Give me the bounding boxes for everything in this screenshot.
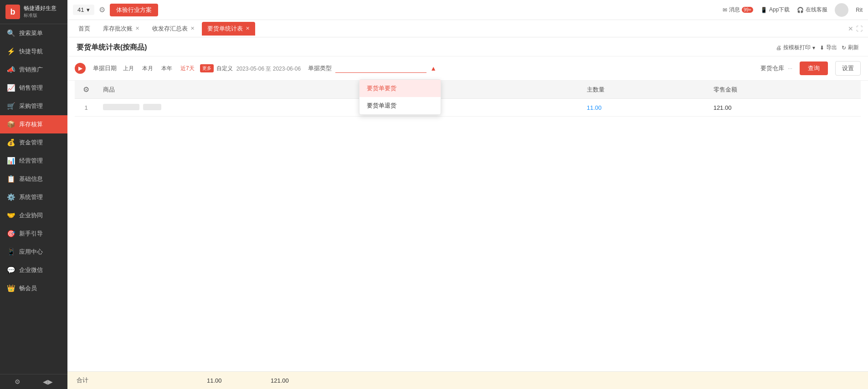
query-button[interactable]: 查询 bbox=[800, 61, 828, 75]
app-center-icon: 📱 bbox=[6, 247, 15, 256]
basics-icon: 📋 bbox=[6, 174, 15, 184]
type-filter-label: 单据类型 bbox=[308, 64, 332, 72]
sidebar-item-enterprise[interactable]: 🤝 企业协同 bbox=[0, 206, 67, 225]
sidebar-item-finance[interactable]: 💰 资金管理 bbox=[0, 133, 67, 152]
export-button[interactable]: ⬇ 导出 bbox=[820, 44, 837, 51]
date-filter-label: 单据日期 bbox=[93, 64, 117, 72]
tabbar-actions: ✕ ⛶ bbox=[848, 25, 863, 32]
row-num: 1 bbox=[75, 99, 98, 117]
service-icon: 🎧 bbox=[797, 7, 804, 13]
footer-label: 合计 bbox=[77, 376, 88, 384]
page-title: 要货单统计表(按商品) bbox=[77, 43, 147, 52]
tab-receivable-summary[interactable]: 收发存汇总表 ✕ bbox=[147, 22, 200, 36]
sidebar-item-app-center[interactable]: 📱 应用中心 bbox=[0, 243, 67, 261]
print-icon: 🖨 bbox=[776, 45, 781, 51]
logo-text: 畅捷通好生意 标准版 bbox=[24, 5, 56, 19]
col-qty: 主数量 bbox=[581, 81, 708, 99]
store-selector[interactable]: 41 ▾ bbox=[73, 5, 94, 15]
logo-icon: b bbox=[5, 5, 20, 19]
operations-icon: 📊 bbox=[6, 156, 15, 165]
tab-order-summary-close[interactable]: ✕ bbox=[246, 26, 250, 31]
service-button[interactable]: 🎧 在线客服 bbox=[797, 6, 827, 14]
page-actions: 🖨 按模板打印 ▾ ⬇ 导出 ↻ 刷新 bbox=[776, 44, 859, 51]
type-filter-input[interactable] bbox=[335, 64, 426, 73]
tab-home-label: 首页 bbox=[78, 25, 90, 33]
app-download-button[interactable]: 📱 App下载 bbox=[760, 6, 790, 14]
expand-button[interactable]: ▶ bbox=[75, 63, 86, 74]
page-content: 要货单统计表(按商品) 🖨 按模板打印 ▾ ⬇ 导出 ↻ 刷新 ▶ bbox=[67, 37, 868, 389]
warehouse-filter-label: 要货仓库 bbox=[760, 64, 784, 72]
table-header-row: ⚙ 商品 主计量单位 主数量 零售金额 bbox=[75, 81, 861, 99]
date-custom-button[interactable]: 自定义 bbox=[216, 65, 233, 72]
date-btn-7days[interactable]: 近7天 bbox=[178, 64, 197, 73]
table-settings-icon[interactable]: ⚙ bbox=[83, 86, 89, 93]
date-range-display: 2023-05-06 至 2023-06-06 bbox=[236, 65, 301, 73]
warehouse-more-icon[interactable]: ··· bbox=[788, 65, 792, 72]
settings-bottom-icon[interactable]: ⚙ bbox=[15, 378, 21, 385]
tab-close-all-icon[interactable]: ✕ bbox=[848, 25, 853, 32]
enterprise-icon: 🤝 bbox=[6, 211, 15, 220]
sidebar-item-member[interactable]: 👑 畅会员 bbox=[0, 279, 67, 297]
system-icon: ⚙️ bbox=[6, 193, 15, 202]
collapse-icon[interactable]: ◀▶ bbox=[43, 378, 53, 385]
wechat-icon: 💬 bbox=[6, 266, 15, 275]
refresh-button[interactable]: ↻ 刷新 bbox=[842, 44, 859, 51]
user-avatar[interactable] bbox=[835, 3, 848, 17]
type-filter-arrow[interactable]: ▲ bbox=[430, 65, 437, 72]
sidebar-item-marketing[interactable]: 📣 营销推广 bbox=[0, 61, 67, 79]
sidebar: b 畅捷通好生意 标准版 🔍 搜索菜单 ⚡ 快捷导航 📣 营销推广 📈 销售管理… bbox=[0, 0, 67, 389]
sidebar-item-purchase[interactable]: 🛒 采购管理 bbox=[0, 97, 67, 115]
row-qty[interactable]: 11.00 bbox=[581, 99, 708, 117]
purchase-icon: 🛒 bbox=[6, 102, 15, 111]
store-dropdown-icon: ▾ bbox=[87, 6, 90, 13]
filter-settings-button[interactable]: 设置 bbox=[835, 61, 861, 76]
sidebar-item-inventory[interactable]: 📦 库存核算 bbox=[0, 115, 67, 133]
sidebar-item-guide[interactable]: 🎯 新手引导 bbox=[0, 225, 67, 243]
tab-expand-icon[interactable]: ⛶ bbox=[856, 25, 863, 32]
sidebar-item-wechat[interactable]: 💬 企业微信 bbox=[0, 261, 67, 279]
tab-home[interactable]: 首页 bbox=[73, 22, 96, 36]
search-icon: 🔍 bbox=[6, 29, 15, 38]
date-btn-this-year[interactable]: 本年 bbox=[159, 64, 175, 73]
print-button[interactable]: 🖨 按模板打印 ▾ bbox=[776, 44, 815, 51]
product-bar-2 bbox=[143, 104, 161, 110]
tab-inventory-batch-close[interactable]: ✕ bbox=[135, 26, 139, 31]
sidebar-nav: 🔍 搜索菜单 ⚡ 快捷导航 📣 营销推广 📈 销售管理 🛒 采购管理 📦 库存核… bbox=[0, 24, 67, 374]
tabbar: 首页 库存批次账 ✕ 收发存汇总表 ✕ 要货单统计表 ✕ ✕ ⛶ bbox=[67, 20, 868, 37]
date-btn-last-month[interactable]: 上月 bbox=[120, 64, 137, 73]
page-header: 要货单统计表(按商品) 🖨 按模板打印 ▾ ⬇ 导出 ↻ 刷新 bbox=[67, 37, 868, 56]
footer-qty: 11.00 bbox=[207, 377, 243, 384]
date-more-button[interactable]: 更多 bbox=[200, 64, 214, 72]
sidebar-item-basics[interactable]: 📋 基础信息 bbox=[0, 170, 67, 188]
print-dropdown-icon: ▾ bbox=[812, 45, 815, 51]
sidebar-item-operations[interactable]: 📊 经营管理 bbox=[0, 152, 67, 170]
sidebar-item-system[interactable]: ⚙️ 系统管理 bbox=[0, 188, 67, 206]
sidebar-item-search[interactable]: 🔍 搜索菜单 bbox=[0, 24, 67, 42]
member-icon: 👑 bbox=[6, 284, 15, 293]
sidebar-item-quick-nav[interactable]: ⚡ 快捷导航 bbox=[0, 42, 67, 61]
sales-icon: 📈 bbox=[6, 83, 15, 92]
trial-button[interactable]: 体验行业方案 bbox=[110, 4, 158, 16]
product-bar-1 bbox=[103, 104, 139, 110]
sidebar-item-sales[interactable]: 📈 销售管理 bbox=[0, 79, 67, 97]
message-button[interactable]: ✉ 消息 99+ bbox=[723, 6, 753, 14]
data-table: ⚙ 商品 主计量单位 主数量 零售金额 1 bbox=[75, 81, 861, 117]
dropdown-item-order-goods[interactable]: 要货单要货 bbox=[360, 80, 441, 97]
col-settings[interactable]: ⚙ bbox=[75, 81, 98, 99]
footer-amount: 121.00 bbox=[271, 377, 307, 384]
tab-order-summary[interactable]: 要货单统计表 ✕ bbox=[202, 22, 255, 36]
filter-bar: ▶ 单据日期 上月 本月 本年 近7天 更多 自定义 2023-05-06 至 … bbox=[67, 56, 868, 81]
warehouse-filter-group: 要货仓库 ··· bbox=[760, 64, 792, 72]
tab-receivable-summary-close[interactable]: ✕ bbox=[190, 26, 195, 31]
guide-icon: 🎯 bbox=[6, 229, 15, 238]
dropdown-item-order-return[interactable]: 要货单退货 bbox=[360, 97, 441, 114]
topbar-settings-icon[interactable]: ⚙ bbox=[99, 5, 105, 14]
table-row: 1 块 11.00 121.00 bbox=[75, 99, 861, 117]
date-btn-this-month[interactable]: 本月 bbox=[139, 64, 156, 73]
type-filter-group: 单据类型 ▲ bbox=[308, 64, 753, 73]
tab-inventory-batch-label: 库存批次账 bbox=[103, 25, 133, 33]
tab-inventory-batch[interactable]: 库存批次账 ✕ bbox=[98, 22, 145, 36]
topbar-left: 41 ▾ ⚙ 体验行业方案 bbox=[73, 4, 723, 16]
row-amount: 121.00 bbox=[708, 99, 861, 117]
quick-nav-icon: ⚡ bbox=[6, 47, 15, 56]
